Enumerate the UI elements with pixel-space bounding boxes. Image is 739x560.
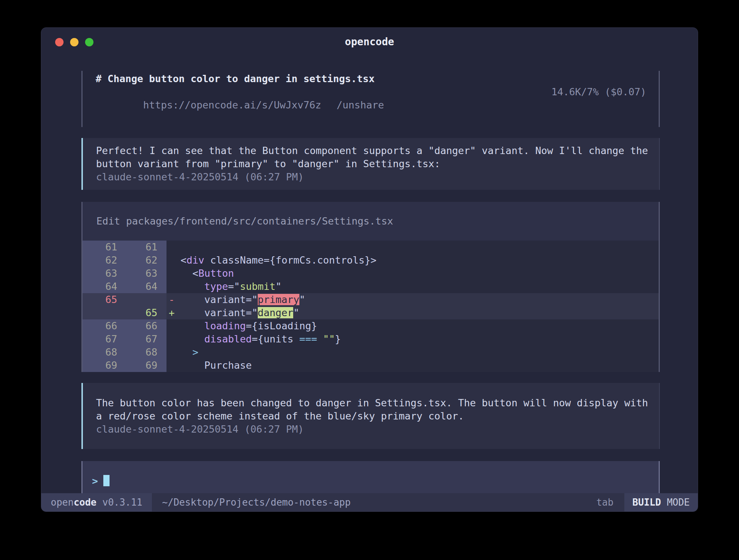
line-number-old: 67 xyxy=(83,333,117,346)
session-title: # Change button color to danger in setti… xyxy=(96,72,646,85)
diff-row: 65- variant="primary" xyxy=(83,293,659,306)
line-number-new: 66 xyxy=(117,319,157,333)
line-number-new: 67 xyxy=(117,333,157,346)
working-directory: ~/Desktop/Projects/demo-notes-app xyxy=(162,497,351,508)
line-number-old: 65 xyxy=(83,293,117,306)
title-bar[interactable]: opencode xyxy=(41,28,698,50)
line-number-old: 61 xyxy=(83,241,117,254)
line-number-new: 63 xyxy=(117,267,157,280)
diff-gutter: 6262 xyxy=(83,254,166,267)
diff-code-line: disabled={units === ""} xyxy=(166,333,659,346)
diff-row: 6969 Purchase xyxy=(83,359,659,372)
diff-row: 6161 xyxy=(83,241,659,254)
text-cursor xyxy=(103,475,110,486)
line-number-new: 62 xyxy=(117,254,157,267)
diff-code-line: > xyxy=(166,346,659,359)
line-number-old xyxy=(83,306,117,319)
mode-switch-key-hint: tab xyxy=(596,497,613,508)
mode-primary: BUILD xyxy=(632,497,661,508)
diff-row: 6262 <div className={formCs.controls}> xyxy=(83,254,659,267)
diff-gutter: 6161 xyxy=(83,241,166,254)
diff-code-line: <div className={formCs.controls}> xyxy=(166,254,659,267)
diff-gutter: 65 xyxy=(83,293,166,306)
line-number-old: 66 xyxy=(83,319,117,333)
diff-row: 65+ variant="danger" xyxy=(83,306,659,319)
diff-gutter: 6868 xyxy=(83,346,166,359)
app-name-open: open xyxy=(51,497,74,508)
message-meta: claude-sonnet-4-20250514 (06:27 PM) xyxy=(96,423,650,436)
opencode-window: opencode # Change button color to danger… xyxy=(41,27,698,512)
diff-code-line: <Button xyxy=(166,267,659,280)
line-number-new xyxy=(117,293,157,306)
diff-row: 6666 loading={isLoading} xyxy=(83,319,659,333)
mode-segment[interactable]: BUILD MODE xyxy=(624,493,698,511)
diff-gutter: 65 xyxy=(83,306,166,319)
line-number-new: 64 xyxy=(117,280,157,293)
diff-view: 61616262 <div className={formCs.controls… xyxy=(83,241,659,372)
diff-row: 6363 <Button xyxy=(83,267,659,280)
line-number-old: 62 xyxy=(83,254,117,267)
app-version: v0.3.11 xyxy=(102,497,142,508)
message-meta: claude-sonnet-4-20250514 (06:27 PM) xyxy=(96,170,650,184)
message-text: The button color has been changed to dan… xyxy=(96,396,650,423)
line-number-new: 65 xyxy=(117,306,157,319)
edit-tool-header: Edit packages/frontend/src/containers/Se… xyxy=(83,202,659,241)
diff-code-line: - variant="primary" xyxy=(166,293,659,306)
window-title: opencode xyxy=(41,36,698,48)
diff-code-line xyxy=(166,241,659,254)
line-number-old: 64 xyxy=(83,280,117,293)
status-bar: opencode v0.3.11 ~/Desktop/Projects/demo… xyxy=(41,493,698,511)
share-url-link[interactable]: https://opencode.ai/s/UwJxv76z xyxy=(143,99,321,111)
app-name-code: code xyxy=(74,497,97,508)
session-header: # Change button color to danger in setti… xyxy=(81,71,660,127)
edit-tool-block: Edit packages/frontend/src/containers/Se… xyxy=(81,202,660,372)
line-number-old: 68 xyxy=(83,346,117,359)
diff-gutter: 6363 xyxy=(83,267,166,280)
mode-secondary: MODE xyxy=(667,497,690,508)
share-url-row: https://opencode.ai/s/UwJxv76z/unshare xyxy=(96,85,384,125)
diff-gutter: 6969 xyxy=(83,359,166,372)
diff-code-line: loading={isLoading} xyxy=(166,319,659,333)
app-version-segment: opencode v0.3.11 xyxy=(41,493,152,511)
diff-row: 6868 > xyxy=(83,346,659,359)
unshare-command: /unshare xyxy=(337,99,384,111)
diff-row: 6767 disabled={units === ""} xyxy=(83,333,659,346)
diff-code-line: type="submit" xyxy=(166,280,659,293)
line-number-new: 69 xyxy=(117,359,157,372)
diff-gutter: 6767 xyxy=(83,333,166,346)
prompt-symbol: > xyxy=(92,475,98,487)
line-number-new: 68 xyxy=(117,346,157,359)
diff-code-line: Purchase xyxy=(166,359,659,372)
line-number-old: 63 xyxy=(83,267,117,280)
assistant-message: The button color has been changed to dan… xyxy=(81,383,660,449)
diff-row: 6464 type="submit" xyxy=(83,280,659,293)
message-text: Perfect! I can see that the Button compo… xyxy=(96,144,650,170)
line-number-new: 61 xyxy=(117,241,157,254)
diff-gutter: 6464 xyxy=(83,280,166,293)
diff-code-line: + variant="danger" xyxy=(166,306,659,319)
assistant-message: Perfect! I can see that the Button compo… xyxy=(81,138,660,190)
diff-gutter: 6666 xyxy=(83,319,166,333)
line-number-old: 69 xyxy=(83,359,117,372)
context-stats: 14.6K/7% ($0.07) xyxy=(551,85,646,125)
